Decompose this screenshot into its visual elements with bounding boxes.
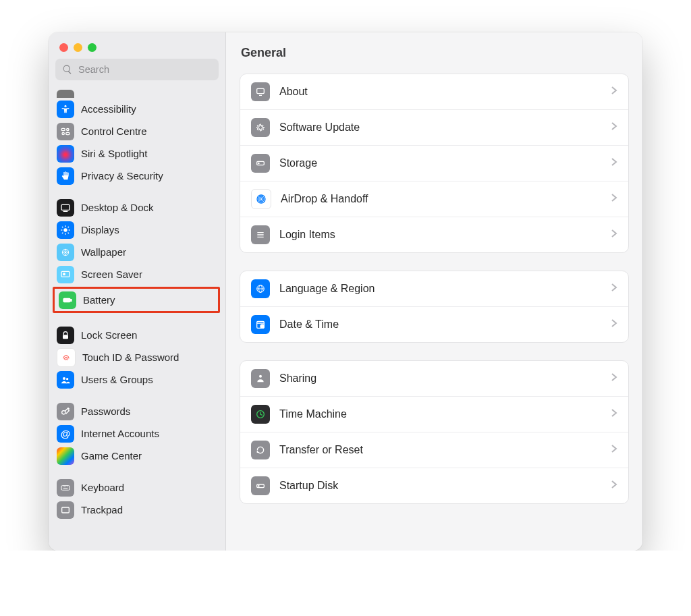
row-transfer-reset[interactable]: Transfer or Reset	[240, 432, 628, 468]
sidebar-item-label: Control Centre	[81, 125, 147, 137]
svg-point-48	[260, 325, 264, 328]
row-label: Transfer or Reset	[279, 444, 611, 456]
row-label: Language & Region	[279, 283, 611, 295]
lock-icon	[57, 327, 74, 344]
svg-rect-33	[257, 88, 265, 93]
keyboard-icon	[57, 479, 74, 497]
row-sharing[interactable]: Sharing	[240, 361, 628, 396]
hand-icon	[57, 167, 74, 185]
sidebar-item-label: Lock Screen	[81, 329, 137, 341]
desktop-dock-icon	[57, 199, 74, 217]
svg-point-7	[63, 228, 67, 231]
sidebar-item-internet-accounts[interactable]: @ Internet Accounts	[49, 422, 225, 445]
screen-saver-icon	[57, 266, 74, 283]
accessibility-icon	[57, 101, 74, 118]
sidebar-item-battery[interactable]: Battery	[55, 289, 218, 311]
sidebar-item-passwords[interactable]: Passwords	[49, 400, 225, 422]
sidebar-list: Accessibility Control Centre Siri & Spot…	[49, 86, 225, 551]
svg-rect-22	[63, 335, 68, 339]
row-airdrop-handoff[interactable]: AirDrop & Handoff	[240, 181, 628, 217]
sidebar-item-screen-saver[interactable]: Screen Saver	[49, 263, 225, 285]
search-icon	[62, 64, 73, 75]
wallpaper-icon	[57, 244, 74, 261]
svg-point-3	[62, 132, 64, 134]
sidebar-item-wallpaper[interactable]: Wallpaper	[49, 241, 225, 263]
chevron-right-icon	[611, 229, 617, 241]
svg-point-0	[64, 105, 66, 107]
cropped-icon	[57, 90, 74, 98]
row-startup-disk[interactable]: Startup Disk	[240, 468, 628, 503]
sidebar-item-users-groups[interactable]: Users & Groups	[49, 368, 225, 391]
sidebar-item-desktop-dock[interactable]: Desktop & Dock	[49, 196, 225, 219]
row-software-update[interactable]: Software Update	[240, 109, 628, 145]
row-about[interactable]: About	[240, 74, 628, 109]
row-label: Software Update	[279, 121, 611, 134]
row-label: Startup Disk	[279, 480, 611, 492]
sidebar-item-accessibility[interactable]: Accessibility	[49, 98, 225, 120]
system-settings-window: Accessibility Control Centre Siri & Spot…	[49, 32, 642, 551]
svg-line-15	[68, 227, 69, 227]
sidebar-item-label: Keyboard	[81, 482, 124, 493]
control-centre-icon	[57, 123, 74, 140]
sidebar: Accessibility Control Centre Siri & Spot…	[49, 32, 226, 551]
chevron-right-icon	[611, 444, 617, 456]
settings-group: About Software Update Storage	[240, 74, 629, 253]
sidebar-item-label: Internet Accounts	[81, 428, 159, 439]
row-date-time[interactable]: Date & Time	[240, 306, 628, 342]
sidebar-item-siri-spotlight[interactable]: Siri & Spotlight	[49, 142, 225, 165]
sidebar-item-label: Users & Groups	[81, 374, 153, 385]
row-language-region[interactable]: Language & Region	[240, 271, 628, 306]
users-icon	[57, 371, 74, 389]
sidebar-item-control-centre[interactable]: Control Centre	[49, 120, 225, 142]
sidebar-item-privacy-security[interactable]: Privacy & Security	[49, 165, 225, 187]
settings-group: Language & Region Date & Time	[240, 271, 629, 343]
row-label: Time Machine	[279, 408, 611, 420]
storage-icon	[251, 154, 270, 173]
sidebar-item-label: Desktop & Dock	[81, 202, 154, 213]
svg-point-52	[258, 486, 259, 486]
sidebar-item-label: Siri & Spotlight	[81, 148, 147, 159]
displays-icon	[57, 221, 74, 239]
sidebar-item-displays[interactable]: Displays	[49, 219, 225, 241]
sidebar-divider	[49, 467, 225, 476]
siri-icon	[57, 145, 74, 163]
sidebar-item-cropped	[49, 86, 225, 98]
row-time-machine[interactable]: Time Machine	[240, 396, 628, 432]
battery-icon	[59, 291, 76, 309]
sidebar-divider	[49, 391, 225, 400]
minimize-button[interactable]	[74, 43, 82, 52]
sidebar-divider	[49, 187, 225, 196]
svg-rect-26	[61, 485, 70, 490]
sidebar-item-game-center[interactable]: Game Center	[49, 445, 225, 467]
svg-rect-4	[66, 132, 70, 134]
svg-point-2	[67, 128, 69, 130]
sidebar-item-lock-screen[interactable]: Lock Screen	[49, 324, 225, 346]
sidebar-item-label: Privacy & Security	[81, 170, 163, 181]
svg-point-37	[260, 198, 262, 200]
svg-point-49	[259, 375, 262, 378]
svg-rect-5	[61, 204, 70, 210]
chevron-right-icon	[611, 193, 617, 205]
row-storage[interactable]: Storage	[240, 145, 628, 181]
globe-icon	[251, 279, 270, 298]
close-button[interactable]	[59, 43, 68, 52]
search-field[interactable]	[55, 59, 219, 80]
sidebar-item-touch-id[interactable]: Touch ID & Password	[49, 346, 225, 368]
sidebar-item-label: Passwords	[81, 405, 130, 417]
fullscreen-button[interactable]	[88, 43, 96, 52]
sidebar-item-keyboard[interactable]: Keyboard	[49, 476, 225, 499]
sidebar-divider	[49, 314, 225, 324]
page-title: General	[241, 46, 628, 60]
row-login-items[interactable]: Login Items	[240, 217, 628, 252]
game-center-icon	[57, 447, 74, 465]
settings-group: Sharing Time Machine Transfer or Reset	[240, 360, 629, 504]
sidebar-item-label: Accessibility	[81, 103, 136, 115]
svg-point-17	[65, 251, 67, 253]
search-input[interactable]	[77, 63, 212, 76]
chevron-right-icon	[611, 157, 617, 169]
sidebar-item-trackpad[interactable]: Trackpad	[49, 499, 225, 521]
chevron-right-icon	[611, 121, 617, 134]
content-header: General	[226, 32, 642, 68]
svg-point-24	[66, 378, 68, 380]
sidebar-item-label: Battery	[83, 294, 115, 306]
